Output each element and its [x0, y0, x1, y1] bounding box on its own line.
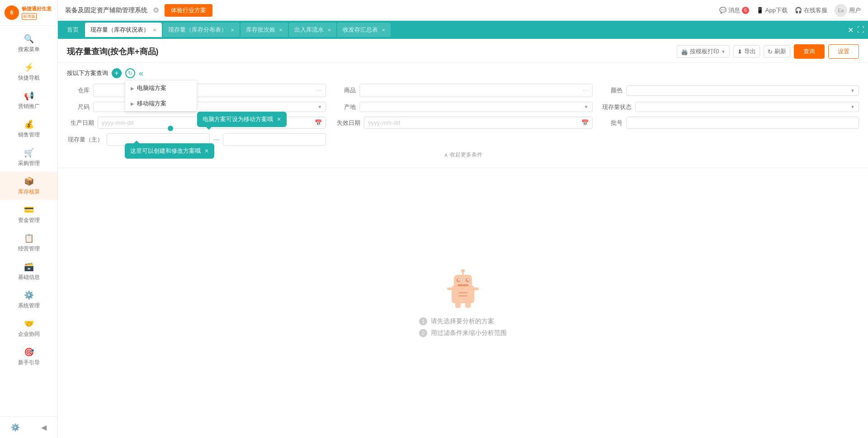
empty-robot-icon — [445, 269, 481, 310]
tab-inout[interactable]: 出入库流水 ✕ — [289, 23, 336, 37]
headset-icon: 🎧 — [795, 7, 802, 14]
scheme-mobile[interactable]: ▶ 移动端方案 — [125, 96, 197, 111]
origin-arrow: ▼ — [584, 104, 589, 109]
filter-stock-status: 现存量状态 ▼ — [600, 102, 859, 112]
color-label: 颜色 — [600, 86, 623, 94]
filter-color: 颜色 ▼ — [600, 85, 859, 96]
sidebar-item-purchase[interactable]: 🛒 采购管理 — [0, 143, 57, 172]
stock-main-label: 现存量（主） — [67, 136, 103, 144]
tab-inout-close[interactable]: ✕ — [327, 28, 331, 33]
expire-date-label: 失效日期 — [333, 119, 360, 127]
set-button[interactable]: 设置 — [828, 44, 859, 59]
goods-dots: ··· — [582, 86, 588, 94]
batch-input[interactable] — [626, 117, 859, 129]
finance-nav-icon: 💳 — [24, 205, 34, 215]
stock-status-label: 现存量状态 — [600, 103, 632, 111]
tooltip-create-close[interactable]: ✕ — [204, 148, 209, 154]
trial-button[interactable]: 体验行业方案 — [165, 4, 212, 17]
support-item[interactable]: 🎧 在线客服 — [795, 6, 827, 14]
empty-state: 1 请先选择要分析的方案 2 用过滤条件来缩小分析范围 — [58, 168, 868, 438]
sidebar-item-quick[interactable]: ⚡ 快捷导航 — [0, 58, 57, 86]
filter-label: 按以下方案查询 — [67, 69, 108, 77]
svg-point-5 — [461, 269, 465, 273]
sidebar-item-basic[interactable]: 🗃️ 基础信息 — [0, 257, 57, 286]
settings-bottom-btn[interactable]: ⚙️ — [9, 421, 22, 433]
scheme-desktop[interactable]: ▶ 电脑端方案 — [125, 80, 197, 96]
color-select[interactable]: ▼ — [626, 85, 859, 96]
empty-hint-2: 2 用过滤条件来缩小分析范围 — [419, 329, 507, 337]
tab-batch-close[interactable]: ✕ — [279, 28, 283, 33]
sidebar-item-operation[interactable]: 📋 经营管理 — [0, 229, 57, 257]
filter-refresh-button[interactable]: ↻ — [125, 68, 135, 78]
stock-main-max[interactable] — [223, 133, 326, 146]
tab-inventory-dist-close[interactable]: ✕ — [231, 28, 234, 33]
tab-batch[interactable]: 库存批次账 ✕ — [241, 23, 288, 37]
tab-close-all-icon[interactable]: ✕ — [848, 26, 854, 34]
sidebar-item-marketing[interactable]: 📢 营销推广 — [0, 86, 57, 115]
logo-area: 6 畅捷通好生意 标准版 — [0, 0, 57, 26]
scheme-panel: ▶ 电脑端方案 ▶ 移动端方案 — [125, 80, 197, 112]
tab-summary[interactable]: 收发存汇总表 ✕ — [337, 23, 391, 37]
origin-select[interactable]: ▼ — [359, 102, 592, 112]
app-download-item[interactable]: 📱 App下载 — [756, 6, 788, 14]
query-button[interactable]: 查询 — [794, 44, 825, 59]
tab-fullscreen-icon[interactable]: ⛶ — [857, 26, 864, 34]
print-btn[interactable]: 🖨️ 按模板打印 ▼ — [677, 45, 730, 58]
message-item[interactable]: 💬 消息 6 — [719, 6, 749, 14]
tab-inventory-dist[interactable]: 现存量（库存分布表） ✕ — [163, 23, 240, 37]
tab-inventory-status-close[interactable]: ✕ — [153, 28, 156, 33]
tab-summary-close[interactable]: ✕ — [382, 28, 385, 33]
sidebar-item-enterprise[interactable]: 🤝 企业协同 — [0, 314, 57, 343]
svg-text:6: 6 — [10, 9, 14, 16]
phone-icon: 📱 — [756, 7, 764, 14]
size-arrow: ▼ — [317, 104, 322, 109]
sidebar: 6 畅捷通好生意 标准版 🔍 搜索菜单 ⚡ 快捷导航 📢 营销推广 💰 销售管理… — [0, 0, 58, 438]
step-1-badge: 1 — [419, 317, 427, 325]
guide-nav-icon: 🎯 — [24, 347, 34, 357]
tooltip-create-scheme: 这里可以创建和修改方案哦 ✕ — [125, 143, 214, 159]
stock-status-select[interactable]: ▼ — [635, 102, 859, 112]
filter-origin: 产地 ▼ — [333, 102, 592, 112]
production-date-icon: 📅 — [315, 119, 322, 126]
filter-row-3: 生产日期 yyyy-mm-dd 📅 失效日期 yyyy-mm-dd 📅 批号 — [67, 117, 859, 129]
origin-label: 产地 — [333, 103, 356, 111]
tab-inventory-status[interactable]: 现存量（库存状况表） ✕ — [85, 23, 162, 37]
sidebar-item-finance[interactable]: 💳 资金管理 — [0, 200, 57, 229]
sidebar-bottom: ⚙️ ◀ — [0, 416, 57, 438]
svg-rect-10 — [458, 284, 468, 286]
goods-input[interactable]: ··· — [359, 84, 592, 97]
header-settings-icon[interactable]: ⚙ — [153, 6, 159, 14]
svg-point-8 — [458, 279, 460, 281]
sidebar-item-search[interactable]: 🔍 搜索菜单 — [0, 29, 57, 58]
purchase-nav-icon: 🛒 — [24, 148, 34, 158]
svg-rect-14 — [473, 287, 479, 290]
svg-rect-12 — [458, 295, 467, 297]
export-btn[interactable]: ⬇ 导出 — [733, 45, 760, 58]
logo-icon: 6 — [5, 5, 19, 20]
user-item[interactable]: Ea 用户 — [835, 4, 861, 17]
content-header: 现存量查询(按仓库+商品) 🖨️ 按模板打印 ▼ ⬇ 导出 ↻ 刷新 查询 设置 — [58, 39, 868, 63]
basic-nav-icon: 🗃️ — [24, 262, 34, 272]
stock-main-sep: — — [213, 136, 219, 143]
user-avatar: Ea — [835, 4, 847, 17]
sidebar-item-inventory[interactable]: 📦 库存核算 — [0, 172, 57, 200]
tab-home[interactable]: 首页 — [61, 23, 84, 37]
sidebar-item-system[interactable]: ⚙️ 系统管理 — [0, 286, 57, 314]
expire-date-input[interactable]: yyyy-mm-dd 📅 — [364, 117, 592, 129]
connector-dot — [168, 126, 173, 131]
filter-production-date: 生产日期 yyyy-mm-dd 📅 — [67, 117, 326, 129]
main-area: 装备及固定资产辅助管理系统 ⚙ 体验行业方案 💬 消息 6 📱 App下载 🎧 … — [58, 0, 868, 438]
collapse-bottom-btn[interactable]: ◀ — [39, 421, 48, 433]
refresh-btn[interactable]: ↻ 刷新 — [764, 45, 790, 58]
filter-back-button[interactable]: « — [139, 69, 143, 78]
content-area: 现存量查询(按仓库+商品) 🖨️ 按模板打印 ▼ ⬇ 导出 ↻ 刷新 查询 设置 — [58, 39, 868, 438]
logo-text: 畅捷通好生意 标准版 — [22, 5, 52, 20]
sidebar-item-guide[interactable]: 🎯 新手引导 — [0, 343, 57, 371]
filter-add-button[interactable]: + — [112, 68, 122, 78]
sidebar-item-sales[interactable]: 💰 销售管理 — [0, 115, 57, 143]
page-title: 现存量查询(按仓库+商品) — [67, 46, 159, 57]
tooltip-desktop-scheme: 电脑方案可设为移动方案哦 ✕ — [197, 112, 287, 127]
marketing-nav-icon: 📢 — [24, 91, 34, 101]
tooltip-desktop-close[interactable]: ✕ — [277, 116, 281, 122]
sales-nav-icon: 💰 — [24, 119, 34, 129]
